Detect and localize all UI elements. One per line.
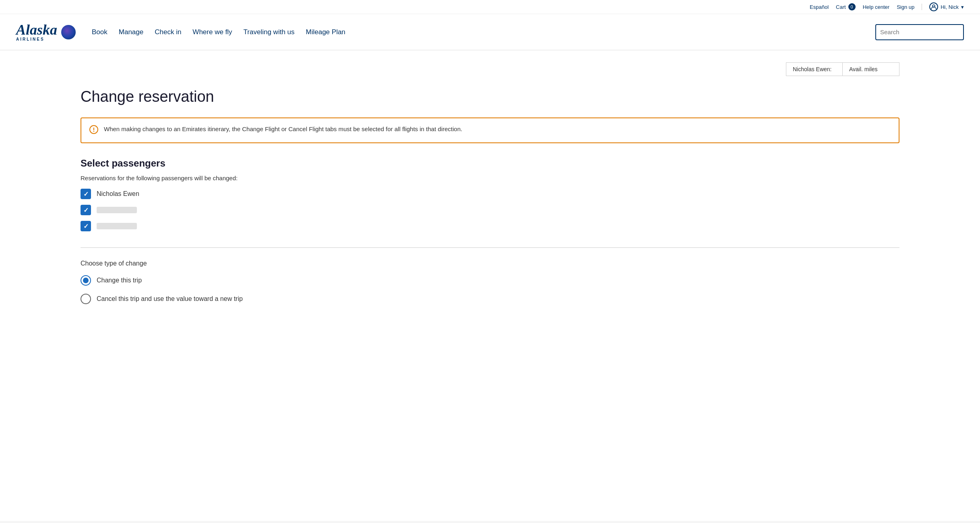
checkmark-icon: ✓: [83, 222, 89, 230]
nav-divider: [922, 4, 922, 10]
passenger-name-1: Nicholas Ewen: [97, 190, 139, 198]
alaska-airlines-label: AIRLINES: [16, 37, 45, 41]
alaska-wordmark: Alaska: [16, 23, 57, 37]
oneworld-logo: [61, 25, 76, 39]
passenger-name-blurred-2: [97, 207, 137, 213]
list-item: ✓: [81, 205, 899, 215]
nav-manage[interactable]: Manage: [119, 25, 143, 39]
passenger-name-blurred-3: [97, 223, 137, 229]
help-center-link[interactable]: Help center: [863, 4, 889, 10]
user-menu[interactable]: Hi, Nick ▾: [929, 2, 964, 11]
passengers-description: Reservations for the following passenger…: [81, 175, 899, 181]
change-type-options: Change this trip Cancel this trip and us…: [81, 275, 899, 304]
radio-button-selected[interactable]: [81, 275, 91, 286]
list-item: ✓: [81, 221, 899, 231]
avail-miles-cell: Avail. miles: [843, 63, 899, 76]
radio-inner-dot: [83, 278, 89, 283]
svg-point-5: [93, 131, 94, 132]
passenger-info-bar: Nicholas Ewen: Avail. miles: [81, 62, 899, 76]
signup-link[interactable]: Sign up: [897, 4, 914, 10]
search-input[interactable]: [876, 26, 961, 38]
logo-area: Alaska AIRLINES: [16, 23, 76, 41]
warning-icon: [89, 125, 98, 136]
passenger-info-box: Nicholas Ewen: Avail. miles: [786, 62, 899, 76]
nav-links: Book Manage Check in Where we fly Travel…: [92, 25, 875, 39]
list-item: ✓ Nicholas Ewen: [81, 189, 899, 199]
search-button[interactable]: [961, 25, 964, 39]
search-box[interactable]: [875, 24, 964, 40]
passenger-list: ✓ Nicholas Ewen ✓ ✓: [81, 189, 899, 231]
passenger-checkbox-2[interactable]: ✓: [81, 205, 91, 215]
nav-where-we-fly[interactable]: Where we fly: [192, 25, 232, 39]
radio-label-cancel-trip: Cancel this trip and use the value towar…: [97, 295, 243, 303]
nav-checkin[interactable]: Check in: [155, 25, 181, 39]
cart-link[interactable]: Cart 0: [836, 3, 856, 10]
user-greeting: Hi, Nick: [941, 4, 959, 10]
nav-book[interactable]: Book: [92, 25, 108, 39]
radio-item-cancel-trip[interactable]: Cancel this trip and use the value towar…: [81, 294, 899, 304]
page-content: Nicholas Ewen: Avail. miles Change reser…: [0, 50, 980, 521]
cart-badge: 0: [848, 3, 856, 10]
checkmark-icon: ✓: [83, 206, 89, 214]
nav-traveling-with-us[interactable]: Traveling with us: [244, 25, 295, 39]
radio-item-change-trip[interactable]: Change this trip: [81, 275, 899, 286]
radio-button-unselected[interactable]: [81, 294, 91, 304]
chevron-down-icon: ▾: [961, 4, 964, 10]
section-divider: [81, 247, 899, 248]
alaska-logo[interactable]: Alaska AIRLINES: [16, 23, 57, 41]
warning-banner: When making changes to an Emirates itine…: [81, 117, 899, 143]
checkmark-icon: ✓: [83, 190, 89, 198]
radio-label-change-trip: Change this trip: [97, 277, 142, 284]
espanol-link[interactable]: Español: [810, 4, 829, 10]
utility-bar: Español Cart 0 Help center Sign up Hi, N…: [0, 0, 980, 14]
passenger-name-cell: Nicholas Ewen:: [786, 63, 843, 76]
select-passengers-heading: Select passengers: [81, 158, 899, 169]
passenger-checkbox-1[interactable]: ✓: [81, 189, 91, 199]
main-nav: Alaska AIRLINES Book Manage Check in Whe…: [0, 14, 980, 50]
warning-text: When making changes to an Emirates itine…: [104, 125, 462, 134]
user-icon: [929, 2, 938, 11]
change-type-label: Choose type of change: [81, 260, 899, 267]
nav-mileage-plan[interactable]: Mileage Plan: [306, 25, 345, 39]
page-title: Change reservation: [81, 88, 899, 105]
passenger-checkbox-3[interactable]: ✓: [81, 221, 91, 231]
